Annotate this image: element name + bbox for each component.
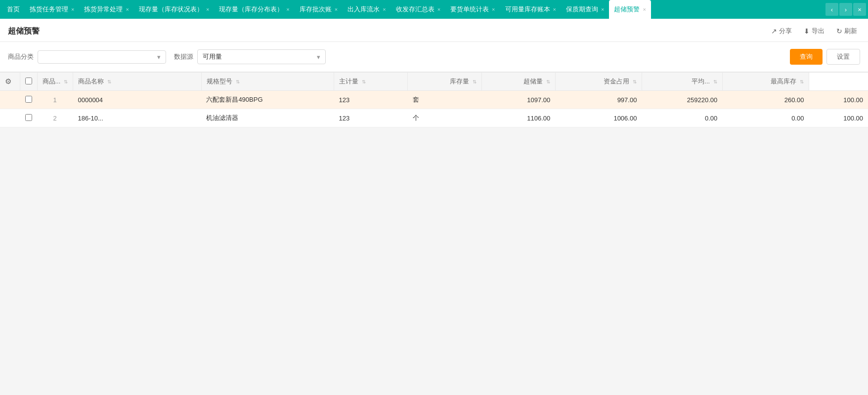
row-checkbox-1[interactable] [25, 114, 32, 121]
datasource-filter-group: 数据源 可用量 ▾ [174, 49, 326, 64]
row-max-inventory: 100.00 [809, 109, 868, 127]
row-settings-cell [0, 109, 20, 127]
row-capital: 0.00 [642, 109, 722, 127]
export-icon: ⬇ [804, 27, 810, 35]
close-tab-task[interactable]: × [71, 6, 74, 12]
sort-icon-avg: ⇅ [713, 79, 717, 84]
sort-icon-spec: ⇅ [236, 79, 240, 84]
nav-tab-task[interactable]: 拣货任务管理 × [25, 0, 79, 19]
col-inventory[interactable]: 库存量 ⇅ [408, 73, 481, 91]
nav-arrow-left[interactable]: ‹ [825, 3, 838, 16]
close-tab-batch[interactable]: × [335, 6, 338, 12]
nav-arrow-right[interactable]: › [839, 3, 852, 16]
nav-arrow-close[interactable]: × [853, 3, 866, 16]
row-product-name: 机油滤清器 [201, 109, 334, 127]
row-overstock: 997.00 [555, 91, 642, 109]
table-header-row: ⚙ 商品... ⇅ 商品名称 ⇅ 规格型号 ⇅ 主计量 [0, 73, 868, 91]
top-navigation: 首页 拣货任务管理 × 拣货异常处理 × 现存量（库存状况表） × 现存量（库存… [0, 0, 868, 19]
close-tab-inventory-status[interactable]: × [206, 6, 209, 12]
row-inventory: 1097.00 [481, 91, 555, 109]
row-checkbox-cell [20, 91, 37, 109]
close-tab-collect[interactable]: × [437, 6, 440, 12]
settings-button[interactable]: 设置 [826, 49, 860, 65]
table-row: 1 0000004 六配套新昌490BPG 123 套 1097.00 997.… [0, 91, 868, 109]
data-table: ⚙ 商品... ⇅ 商品名称 ⇅ 规格型号 ⇅ 主计量 [0, 72, 868, 127]
col-avg[interactable]: 平均... ⇅ [642, 73, 722, 91]
sort-icon-overstock: ⇅ [546, 79, 550, 84]
filter-actions: 查询 设置 [790, 49, 860, 65]
category-label: 商品分类 [8, 52, 34, 61]
sort-icon-product-code: ⇅ [64, 79, 68, 84]
sort-icon-inventory: ⇅ [473, 79, 477, 84]
table-settings-icon[interactable]: ⚙ [5, 77, 11, 85]
datasource-value: 可用量 [203, 52, 314, 61]
datasource-select[interactable]: 可用量 ▾ [197, 49, 326, 64]
nav-tab-exception[interactable]: 拣货异常处理 × [79, 0, 133, 19]
category-dropdown-icon: ▾ [157, 53, 161, 61]
close-tab-inout[interactable]: × [383, 6, 386, 12]
row-unit: 套 [408, 91, 481, 109]
col-product-code[interactable]: 商品... ⇅ [37, 73, 73, 91]
close-tab-order-stat[interactable]: × [492, 6, 495, 12]
category-select[interactable]: ▾ [38, 50, 166, 64]
row-num: 1 [37, 91, 73, 109]
datasource-dropdown-icon: ▾ [317, 53, 320, 61]
col-checkbox [20, 73, 37, 91]
row-avg: 0.00 [722, 109, 809, 127]
nav-tab-inventory-status[interactable]: 现存量（库存状况表） × [134, 0, 214, 19]
sort-icon-capital: ⇅ [633, 79, 637, 84]
row-unit: 个 [408, 109, 481, 127]
nav-tab-order-stat[interactable]: 要货单统计表 × [445, 0, 500, 19]
row-spec: 123 [334, 109, 408, 127]
col-settings: ⚙ [0, 73, 20, 91]
close-tab-quality[interactable]: × [601, 6, 604, 12]
close-tab-exception[interactable]: × [126, 6, 129, 12]
row-num: 2 [37, 109, 73, 127]
nav-tab-home[interactable]: 首页 [2, 0, 25, 19]
row-product-code: 186-10... [73, 109, 201, 127]
nav-tab-overstock[interactable]: 超储预警 × [609, 0, 651, 19]
filter-area: 商品分类 ▾ 数据源 可用量 ▾ 查询 设置 [0, 42, 868, 72]
select-all-checkbox[interactable] [25, 78, 32, 84]
close-tab-available[interactable]: × [553, 6, 556, 12]
row-inventory: 1106.00 [481, 109, 555, 127]
nav-tab-collect[interactable]: 收发存汇总表 × [391, 0, 445, 19]
col-unit[interactable]: 主计量 ⇅ [334, 73, 408, 91]
row-spec: 123 [334, 91, 408, 109]
page-title: 超储预警 [8, 26, 40, 37]
col-spec[interactable]: 规格型号 ⇅ [201, 73, 334, 91]
col-product-name[interactable]: 商品名称 ⇅ [73, 73, 201, 91]
row-product-code: 0000004 [73, 91, 201, 109]
header-actions: ↗ 分享 ⬇ 导出 ↻ 刷新 [768, 25, 860, 38]
query-button[interactable]: 查询 [790, 49, 823, 65]
share-icon: ↗ [771, 27, 777, 35]
row-checkbox-0[interactable] [25, 96, 32, 103]
row-checkbox-cell [20, 109, 37, 127]
row-capital: 259220.00 [642, 91, 722, 109]
refresh-button[interactable]: ↻ 刷新 [833, 25, 860, 38]
nav-tab-inout[interactable]: 出入库流水 × [343, 0, 391, 19]
row-avg: 260.00 [722, 91, 809, 109]
row-product-name: 六配套新昌490BPG [201, 91, 334, 109]
category-filter-group: 商品分类 ▾ [8, 50, 166, 64]
close-tab-inventory-dist[interactable]: × [286, 6, 289, 12]
table-row: 2 186-10... 机油滤清器 123 个 1106.00 1006.00 … [0, 109, 868, 127]
nav-tab-available[interactable]: 可用量库存账本 × [500, 0, 561, 19]
main-content: ⚙ 商品... ⇅ 商品名称 ⇅ 规格型号 ⇅ 主计量 [0, 72, 868, 127]
nav-tab-inventory-dist[interactable]: 现存量（库存分布表） × [214, 0, 294, 19]
share-button[interactable]: ↗ 分享 [768, 25, 795, 38]
row-overstock: 1006.00 [555, 109, 642, 127]
sort-icon-max-inventory: ⇅ [800, 79, 804, 84]
col-capital[interactable]: 资金占用 ⇅ [555, 73, 642, 91]
sort-icon-unit: ⇅ [362, 79, 366, 84]
sort-icon-product-name: ⇅ [107, 79, 111, 84]
nav-tab-quality[interactable]: 保质期查询 × [561, 0, 609, 19]
col-max-inventory[interactable]: 最高库存 ⇅ [722, 73, 809, 91]
refresh-icon: ↻ [836, 27, 842, 35]
col-overstock[interactable]: 超储量 ⇅ [481, 73, 555, 91]
row-settings-cell [0, 91, 20, 109]
close-tab-overstock[interactable]: × [643, 6, 646, 12]
datasource-label: 数据源 [174, 52, 193, 61]
nav-tab-batch[interactable]: 库存批次账 × [295, 0, 343, 19]
export-button[interactable]: ⬇ 导出 [801, 25, 827, 38]
